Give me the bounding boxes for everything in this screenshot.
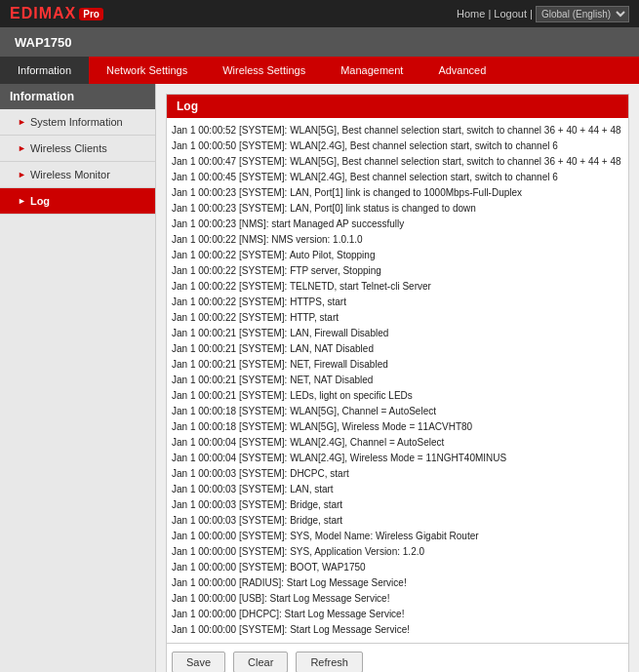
log-title: Log (167, 95, 628, 118)
sidebar-label-wireless-monitor: Wireless Monitor (30, 169, 110, 180)
nav-item-network-settings[interactable]: Network Settings (89, 57, 205, 84)
log-line: Jan 1 00:00:21 [SYSTEM]: NET, NAT Disabl… (172, 373, 623, 388)
log-line: Jan 1 00:00:00 [SYSTEM]: BOOT, WAP1750 (172, 560, 623, 575)
log-line: Jan 1 00:00:22 [SYSTEM]: HTTPS, start (172, 295, 623, 310)
log-line: Jan 1 00:00:04 [SYSTEM]: WLAN[2.4G], Wir… (172, 451, 623, 466)
log-content: Jan 1 00:00:52 [SYSTEM]: WLAN[5G], Best … (167, 118, 628, 643)
model-bar: WAP1750 (0, 27, 639, 57)
log-line: Jan 1 00:00:00 [RADIUS]: Start Log Messa… (172, 575, 623, 591)
save-button[interactable]: Save (172, 652, 225, 672)
header: EDIMAX Pro Home | Logout | Global (Engli… (0, 0, 639, 27)
log-line: Jan 1 00:00:47 [SYSTEM]: WLAN[5G], Best … (172, 154, 623, 170)
log-line: Jan 1 00:00:00 [SYSTEM]: Start Log Messa… (172, 622, 623, 638)
log-line: Jan 1 00:00:00 [USB]: Start Log Message … (172, 591, 623, 607)
logo: EDIMAX Pro (10, 5, 103, 22)
arrow-icon-log: ► (18, 196, 26, 206)
home-link[interactable]: Home (457, 8, 485, 20)
clear-button[interactable]: Clear (233, 652, 288, 672)
log-line: Jan 1 00:00:21 [SYSTEM]: LAN, NAT Disabl… (172, 341, 623, 357)
log-line: Jan 1 00:00:22 [NMS]: NMS version: 1.0.1… (172, 232, 623, 248)
content-area: Information ► System Information ► Wirel… (0, 84, 639, 672)
sidebar-item-wireless-clients[interactable]: ► Wireless Clients (0, 136, 155, 162)
logo-pro-text: Pro (79, 8, 103, 20)
log-line: Jan 1 00:00:03 [SYSTEM]: Bridge, start (172, 497, 623, 513)
header-nav: Home | Logout | Global (English) (457, 6, 629, 22)
log-line: Jan 1 00:00:22 [SYSTEM]: HTTP, start (172, 310, 623, 326)
button-bar: Save Clear Refresh (167, 644, 628, 672)
log-line: Jan 1 00:00:00 [SYSTEM]: SYS, Applicatio… (172, 544, 623, 560)
arrow-icon-wireless-clients: ► (18, 143, 26, 153)
log-line: Jan 1 00:00:52 [SYSTEM]: WLAN[5G], Best … (172, 123, 623, 138)
sidebar: Information ► System Information ► Wirel… (0, 84, 156, 672)
log-line: Jan 1 00:00:03 [SYSTEM]: Bridge, start (172, 513, 623, 529)
log-line: Jan 1 00:00:22 [SYSTEM]: Auto Pilot, Sto… (172, 248, 623, 263)
log-line: Jan 1 00:00:18 [SYSTEM]: WLAN[5G], Wirel… (172, 419, 623, 435)
refresh-button[interactable]: Refresh (296, 652, 363, 672)
log-line: Jan 1 00:00:22 [SYSTEM]: FTP server, Sto… (172, 263, 623, 279)
log-line: Jan 1 00:00:03 [SYSTEM]: LAN, start (172, 482, 623, 497)
nav-item-wireless-settings[interactable]: Wireless Settings (205, 57, 323, 84)
log-line: Jan 1 00:00:00 [DHCPC]: Start Log Messag… (172, 607, 623, 622)
main-content: Log Jan 1 00:00:52 [SYSTEM]: WLAN[5G], B… (156, 84, 639, 672)
language-select[interactable]: Global (English) (536, 6, 629, 22)
sidebar-label-system-information: System Information (30, 116, 123, 128)
log-panel: Log Jan 1 00:00:52 [SYSTEM]: WLAN[5G], B… (166, 94, 629, 672)
main-nav: Information Network Settings Wireless Se… (0, 57, 639, 84)
sidebar-item-log[interactable]: ► Log (0, 188, 155, 215)
log-line: Jan 1 00:00:04 [SYSTEM]: WLAN[2.4G], Cha… (172, 435, 623, 451)
arrow-icon-wireless-monitor: ► (18, 170, 26, 179)
model-name: WAP1750 (15, 35, 72, 50)
log-line: Jan 1 00:00:22 [SYSTEM]: TELNETD, start … (172, 279, 623, 295)
sidebar-label-log: Log (30, 195, 50, 207)
log-line: Jan 1 00:00:23 [SYSTEM]: LAN, Port[0] li… (172, 201, 623, 217)
log-line: Jan 1 00:00:21 [SYSTEM]: LAN, Firewall D… (172, 326, 623, 341)
sidebar-label-wireless-clients: Wireless Clients (30, 142, 107, 154)
nav-item-management[interactable]: Management (323, 57, 420, 84)
log-line: Jan 1 00:00:50 [SYSTEM]: WLAN[2.4G], Bes… (172, 138, 623, 154)
log-line: Jan 1 00:00:45 [SYSTEM]: WLAN[2.4G], Bes… (172, 170, 623, 185)
nav-item-information[interactable]: Information (0, 57, 89, 84)
sidebar-item-wireless-monitor[interactable]: ► Wireless Monitor (0, 162, 155, 188)
nav-item-advanced[interactable]: Advanced (420, 57, 503, 84)
log-line: Jan 1 00:00:21 [SYSTEM]: NET, Firewall D… (172, 357, 623, 373)
sidebar-header: Information (0, 84, 155, 109)
arrow-icon-system-information: ► (18, 117, 26, 127)
log-line: Jan 1 00:00:23 [NMS]: start Managed AP s… (172, 217, 623, 232)
logout-link[interactable]: Logout (494, 8, 527, 20)
sidebar-item-system-information[interactable]: ► System Information (0, 109, 155, 136)
log-line: Jan 1 00:00:18 [SYSTEM]: WLAN[5G], Chann… (172, 404, 623, 419)
log-line: Jan 1 00:00:03 [SYSTEM]: DHCPC, start (172, 466, 623, 482)
log-line: Jan 1 00:00:23 [SYSTEM]: LAN, Port[1] li… (172, 185, 623, 201)
logo-edimax-text: EDIMAX (10, 5, 76, 22)
log-line: Jan 1 00:00:00 [SYSTEM]: SYS, Model Name… (172, 529, 623, 544)
log-line: Jan 1 00:00:21 [SYSTEM]: LEDs, light on … (172, 388, 623, 404)
